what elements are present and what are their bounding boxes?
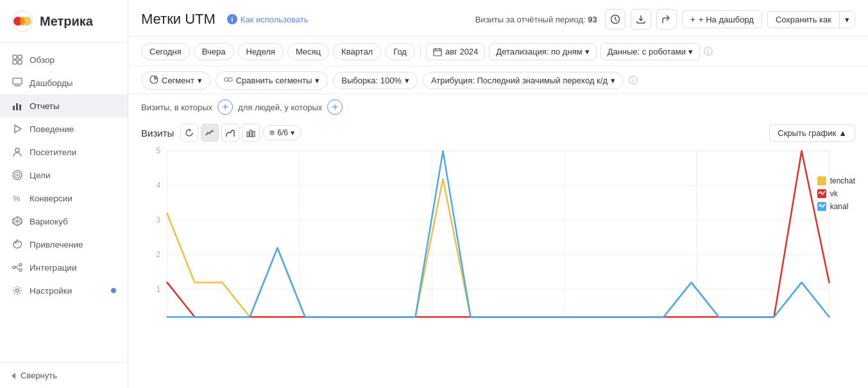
sidebar-item-settings[interactable]: Настройки <box>0 279 128 302</box>
page-header: Метки UTM i Как использовать Визиты за о… <box>128 0 868 37</box>
svg-rect-41 <box>253 131 255 137</box>
help-label: Как использовать <box>241 15 309 24</box>
sidebar-item-goals-label: Цели <box>30 171 50 180</box>
page-title: Метки UTM <box>141 11 216 28</box>
header-actions: Визиты за отчётный период: 93 + + На даш… <box>475 9 855 30</box>
save-arrow-icon[interactable]: ▾ <box>840 12 855 28</box>
detail-chevron-icon: ▾ <box>585 47 590 56</box>
compare-icon <box>224 75 233 86</box>
svg-point-38 <box>228 78 232 81</box>
svg-point-14 <box>15 148 19 152</box>
sidebar-item-visitors[interactable]: Посетители <box>0 140 128 164</box>
svg-point-25 <box>19 269 22 271</box>
period-today[interactable]: Сегодня <box>141 43 190 60</box>
clock-icon <box>610 14 620 24</box>
add-people-condition-button[interactable]: + <box>327 99 343 115</box>
sidebar-item-dashboards[interactable]: Дашборды <box>0 71 128 94</box>
sidebar-item-acquisition[interactable]: Привлечение <box>0 233 128 256</box>
legend-kanal-color <box>817 202 826 211</box>
series-selector-button[interactable]: 6/6 ▾ <box>262 125 302 140</box>
date-label: авг 2024 <box>445 47 478 56</box>
play-icon <box>12 123 23 135</box>
refresh-icon <box>185 128 194 137</box>
share-button[interactable] <box>656 9 677 30</box>
chart-area: Визиты 6/6 ▾ <box>128 119 868 388</box>
sidebar-item-visitors-label: Посетители <box>30 148 76 157</box>
collapse-button[interactable]: Свернуть <box>0 362 128 388</box>
data-type-button[interactable]: Данные: с роботами ▾ <box>600 43 700 60</box>
svg-text:5: 5 <box>157 146 161 155</box>
add-to-dashboard-button[interactable]: + + На дашборд <box>682 10 762 28</box>
svg-rect-7 <box>18 60 22 64</box>
plus-icon: + <box>690 14 695 24</box>
dashboard-btn-label: + На дашборд <box>699 15 754 24</box>
compare-segments-button[interactable]: Сравнить сегменты ▾ <box>216 71 328 90</box>
svg-line-26 <box>15 266 19 267</box>
series-chevron-icon: ▾ <box>291 128 294 137</box>
target-icon <box>12 169 23 181</box>
svg-rect-6 <box>13 60 17 64</box>
visits-count: 93 <box>588 15 597 24</box>
hide-chart-label: Скрыть график <box>778 128 836 138</box>
chart-controls: 6/6 ▾ <box>180 124 302 142</box>
sidebar-item-goals[interactable]: Цели <box>0 164 128 187</box>
sidebar-item-conversions[interactable]: % Конверсии <box>0 187 128 210</box>
detail-button[interactable]: Детализация: по дням ▾ <box>489 43 596 60</box>
add-visit-condition-button[interactable]: + <box>217 99 233 115</box>
line-chart-button[interactable] <box>201 124 219 142</box>
sidebar-item-behavior[interactable]: Поведение <box>0 117 128 140</box>
svg-text:3: 3 <box>157 215 161 224</box>
segment-chevron-icon: ▾ <box>198 76 202 85</box>
svg-text:%: % <box>13 194 21 203</box>
help-link[interactable]: i Как использовать <box>227 14 309 24</box>
people-condition-text: для людей, у которых <box>238 103 322 112</box>
attribution-label: Атрибуция: Последний значимый переход к/… <box>431 76 608 85</box>
sidebar-item-dashboards-label: Дашборды <box>30 78 73 88</box>
sidebar-item-behavior-label: Поведение <box>30 124 74 134</box>
segment-pie-icon <box>149 75 158 86</box>
period-year[interactable]: Год <box>385 43 415 60</box>
legend-tenchat-label: tenchat <box>830 176 855 185</box>
legend-kanal[interactable]: kanal <box>817 202 855 211</box>
export-button[interactable] <box>631 9 651 30</box>
period-quarter[interactable]: Квартал <box>333 43 381 60</box>
history-button[interactable] <box>605 9 625 30</box>
detail-label: Детализация: по дням <box>496 47 582 56</box>
sample-button[interactable]: Выборка: 100% ▾ <box>333 72 418 89</box>
sidebar-item-variocube[interactable]: Вариокуб <box>0 210 128 233</box>
svg-point-3 <box>20 17 25 26</box>
share-icon <box>661 14 672 24</box>
sidebar-item-settings-label: Настройки <box>30 286 72 296</box>
hide-chart-button[interactable]: Скрыть график ▲ <box>769 124 855 142</box>
line-chart-icon <box>205 128 214 137</box>
refresh-chart-button[interactable] <box>180 124 198 142</box>
date-picker-button[interactable]: авг 2024 <box>426 43 485 60</box>
legend-vk-color <box>817 189 826 198</box>
sidebar-item-integrations-label: Интеграции <box>30 263 76 273</box>
save-as-label: Сохранить как <box>768 12 840 28</box>
attribution-button[interactable]: Атрибуция: Последний значимый переход к/… <box>423 72 624 89</box>
tenchat-line <box>167 179 829 317</box>
logo[interactable]: Метрика <box>0 0 128 43</box>
period-month[interactable]: Месяц <box>287 43 329 60</box>
period-week[interactable]: Неделя <box>238 43 284 60</box>
logo-icon <box>12 10 33 32</box>
bar-chart-type-icon <box>246 128 255 137</box>
settings-icon <box>12 285 23 296</box>
main-content: Метки UTM i Как использовать Визиты за о… <box>128 0 868 388</box>
sidebar-item-overview[interactable]: Обзор <box>0 48 128 71</box>
legend-vk[interactable]: vk <box>817 189 855 198</box>
percent-icon: % <box>12 192 23 204</box>
period-yesterday[interactable]: Вчера <box>194 43 234 60</box>
segment-button[interactable]: Сегмент ▾ <box>141 71 210 90</box>
area-chart-button[interactable] <box>221 124 239 142</box>
sidebar-item-acquisition-label: Привлечение <box>30 240 83 249</box>
sidebar: Метрика Обзор Дашборды Отчеты <box>0 0 128 388</box>
save-as-button[interactable]: Сохранить как ▾ <box>767 11 855 28</box>
attribution-chevron-icon: ▾ <box>611 76 615 85</box>
sidebar-item-reports[interactable]: Отчеты <box>0 94 128 117</box>
sidebar-item-integrations[interactable]: Интеграции <box>0 256 128 279</box>
svg-rect-40 <box>250 130 252 137</box>
bar-chart-button[interactable] <box>242 124 260 142</box>
legend-tenchat[interactable]: tenchat <box>817 176 855 185</box>
